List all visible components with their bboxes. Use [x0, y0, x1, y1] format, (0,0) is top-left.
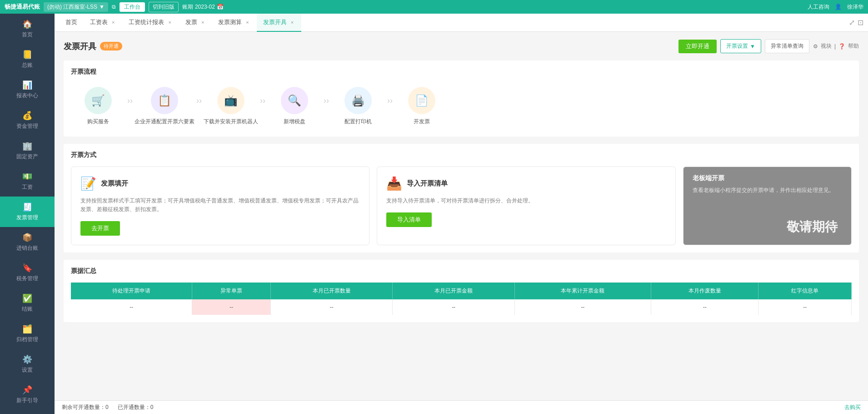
cell-pending: -- — [71, 299, 192, 315]
settings-button[interactable]: 开票设置 ▼ — [720, 39, 761, 53]
status-bar: 剩余可开通数量：0 已开通数量：0 去购买 — [55, 400, 868, 414]
import-billing-desc: 支持导入待开票清单，可对待开票清单进行拆分、合并处理。 — [386, 197, 666, 205]
sidebar-label-settings: 设置 — [22, 366, 33, 374]
tab-invoice-calc-close[interactable]: × — [244, 19, 250, 25]
sidebar-item-guide[interactable]: 📌 新手引导 — [0, 379, 55, 410]
gear-icon[interactable]: ⚙ — [813, 43, 818, 50]
maximize-icon[interactable]: ⤢ — [849, 18, 855, 27]
flow-section-title: 开票流程 — [71, 68, 852, 76]
summary-col-amount: 本月已开票金额 — [393, 283, 514, 299]
import-list-button[interactable]: 导入清单 — [386, 212, 432, 227]
sidebar-item-invoice[interactable]: 🧾 发票管理 — [0, 197, 55, 227]
user-service[interactable]: 人工咨询 — [808, 3, 829, 11]
flow-step-buy-icon: 🛒 — [85, 87, 112, 114]
flow-step-taxbox-icon: 🔍 — [281, 87, 308, 114]
arrow-5: ›› — [385, 96, 394, 106]
flow-section: 开票流程 🛒 购买服务 ›› 📋 企业开通配置开票六要素 — [64, 61, 859, 136]
boss-card-desc: 查看老板端小程序提交的开票申请，并作出相应处理意见。 — [683, 186, 851, 195]
sidebar-item-assets[interactable]: 🏢 固定资产 — [0, 136, 55, 166]
flow-steps: 🛒 购买服务 ›› 📋 企业开通配置开票六要素 ›› � — [71, 83, 852, 129]
tab-invoice-close[interactable]: × — [200, 19, 205, 25]
sidebar-item-member[interactable]: 👑 畅会员 — [0, 410, 55, 414]
user-avatar[interactable]: 👤 — [835, 4, 842, 10]
old-version-button[interactable]: 切到旧版 — [149, 2, 179, 12]
import-billing-title: 导入开票清单 — [407, 179, 448, 188]
cell-yearly: -- — [514, 299, 651, 315]
tab-salary-report[interactable]: 工资统计报表 × — [122, 14, 179, 32]
sidebar-item-funds[interactable]: 💰 资金管理 — [0, 105, 55, 136]
flow-step-config-icon: 📋 — [151, 87, 178, 114]
flow-step-taxbox-label: 新增税盘 — [284, 118, 305, 126]
flow-step-ticket-label: 开发票 — [414, 118, 430, 126]
sidebar-label-ledger: 总账 — [22, 61, 33, 69]
tab-invoice-open[interactable]: 发票开具 × — [257, 14, 301, 32]
tab-salary-report-label: 工资统计报表 — [129, 18, 164, 26]
remaining-quota: 剩余可开通数量：0 — [62, 404, 109, 411]
tab-salary-table-close[interactable]: × — [110, 19, 116, 25]
flow-step-ticket: 📄 开发票 — [394, 87, 449, 126]
company-selector[interactable]: (勿动) 江西服室-LSS ▼ — [44, 2, 108, 12]
sidebar-item-home[interactable]: 🏠 首页 — [0, 14, 55, 44]
buy-icon: 🛒 — [91, 94, 105, 107]
workspace-button[interactable]: 工作台 — [120, 2, 145, 12]
page-area: 发票开具 待开通 立即开通 开票设置 ▼ 异常清单查询 ⚙ 视块 | ❓ — [55, 32, 868, 400]
tab-home-label: 首页 — [65, 18, 77, 26]
summary-col-yearly: 本年累计开票金额 — [514, 283, 651, 299]
top-bar-right: 人工咨询 👤 徐泽华 — [808, 3, 863, 11]
arrow-2: ›› — [195, 96, 204, 106]
calendar-icon[interactable]: 📅 — [217, 4, 224, 10]
user-name[interactable]: 徐泽华 — [847, 3, 863, 11]
flow-step-printer-label: 配置打印机 — [344, 118, 372, 126]
help-icon[interactable]: ❓ — [838, 43, 845, 50]
view-label: 视块 — [821, 42, 832, 50]
coming-soon-text: 敬请期待 — [787, 218, 838, 236]
sidebar-label-invoice: 发票管理 — [16, 214, 38, 222]
ledger-icon: 📒 — [22, 50, 32, 60]
summary-col-count: 本月已开票数量 — [271, 283, 393, 299]
flow-step-config: 📋 企业开通配置开票六要素 — [135, 87, 195, 126]
sidebar-item-archive[interactable]: 🗂️ 归档管理 — [0, 318, 55, 349]
period-value[interactable]: 2023-02 — [195, 4, 215, 10]
activate-button[interactable]: 立即开通 — [678, 40, 717, 53]
divider: | — [834, 43, 836, 50]
sidebar-item-purchase[interactable]: 📦 进销台账 — [0, 227, 55, 257]
tab-home[interactable]: 首页 — [59, 14, 84, 32]
settings-icon: ⚙️ — [22, 354, 32, 364]
sidebar-label-home: 首页 — [22, 31, 33, 39]
cell-count: -- — [271, 299, 393, 315]
config-icon: 📋 — [158, 94, 171, 107]
page-header: 发票开具 待开通 立即开通 开票设置 ▼ 异常清单查询 ⚙ 视块 | ❓ — [64, 39, 859, 53]
tab-bar: 首页 工资表 × 工资统计报表 × 发票 × 发票测算 × 发票开具 × — [55, 14, 868, 32]
printer-icon: 🖨️ — [351, 94, 365, 107]
archive-icon: 🗂️ — [22, 324, 32, 334]
buy-link[interactable]: 去购买 — [844, 404, 861, 411]
abnormal-query-button[interactable]: 异常清单查询 — [765, 39, 809, 53]
tab-salary-table[interactable]: 工资表 × — [84, 14, 122, 32]
sidebar-label-tax: 税务管理 — [16, 275, 38, 283]
sidebar-item-salary[interactable]: 💵 工资 — [0, 166, 55, 197]
flow-step-config-label: 企业开通配置开票六要素 — [135, 118, 195, 126]
sidebar-label-funds: 资金管理 — [16, 122, 38, 130]
sidebar-item-tax[interactable]: 🔖 税务管理 — [0, 257, 55, 288]
home-icon: 🏠 — [22, 19, 32, 29]
sidebar-item-settle[interactable]: ✅ 结账 — [0, 288, 55, 318]
copy-icon[interactable]: ⧉ — [112, 4, 116, 10]
tab-salary-report-close[interactable]: × — [167, 19, 172, 25]
tab-invoice-label: 发票 — [185, 18, 197, 26]
ticket-icon: 📄 — [415, 94, 429, 107]
tab-invoice-open-close[interactable]: × — [289, 19, 295, 25]
flow-step-printer: 🖨️ 配置打印机 — [331, 87, 385, 126]
flow-step-printer-icon: 🖨️ — [344, 87, 372, 114]
billing-methods: 📝 发票填开 支持按照发票样式手工填写开发票；可开具增值税电子普通发票、增值税普… — [71, 167, 852, 245]
tab-invoice-calc[interactable]: 发票测算 × — [212, 14, 256, 32]
sidebar-item-reports[interactable]: 📊 报表中心 — [0, 75, 55, 105]
sidebar-item-settings[interactable]: ⚙️ 设置 — [0, 349, 55, 379]
billing-card-import-header: 📥 导入开票清单 — [386, 176, 666, 191]
sidebar-item-ledger[interactable]: 📒 总账 — [0, 44, 55, 75]
tab-invoice[interactable]: 发票 × — [179, 14, 212, 32]
assets-icon: 🏢 — [22, 141, 32, 151]
restore-icon[interactable]: ⊡ — [858, 18, 863, 27]
cell-amount: -- — [393, 299, 514, 315]
flow-step-download: 📺 下载并安装开票机器人 — [204, 87, 258, 126]
go-invoice-button[interactable]: 去开票 — [80, 221, 120, 236]
